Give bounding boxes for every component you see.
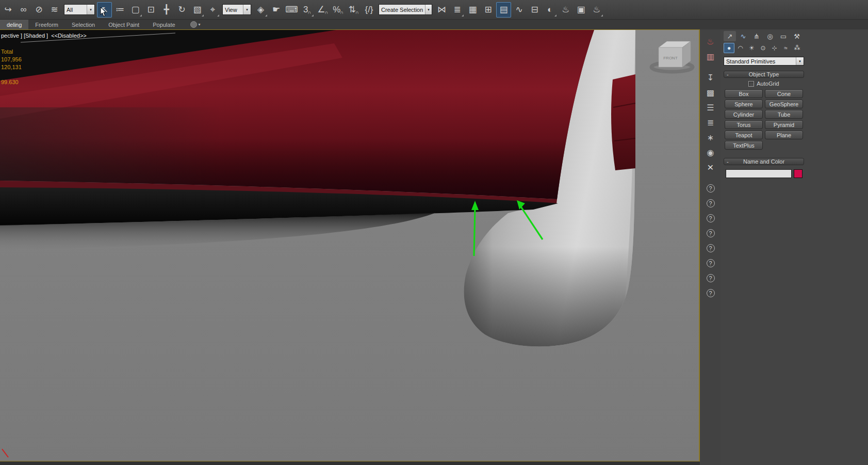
curve-editor-icon[interactable]: ∿	[512, 2, 527, 18]
viewport-label[interactable]: pective ] [Shaded ] <<Disabled>>	[1, 33, 87, 39]
keyboard-shortcut-override-icon[interactable]: ⌨	[284, 2, 299, 18]
select-and-move-icon[interactable]: ╋	[159, 2, 174, 18]
tab-populate[interactable]: Populate	[146, 20, 182, 29]
tab-selection[interactable]: Selection	[65, 20, 102, 29]
render-production-icon[interactable]: ♨	[589, 2, 604, 18]
icon-glyph: ♨	[562, 4, 569, 15]
textplus-button[interactable]: TextPlus	[725, 141, 763, 150]
snaps-toggle-icon[interactable]: 3 ∩	[300, 2, 315, 18]
help-icon[interactable]: ?	[703, 197, 718, 210]
mirror-icon[interactable]: ⋈	[434, 2, 449, 18]
torus-button[interactable]: Torus	[725, 120, 763, 129]
shapes-subtab[interactable]: ◠	[735, 43, 746, 53]
help-icon[interactable]: ?	[703, 286, 718, 300]
icon-glyph: ▧	[193, 4, 201, 15]
burst-icon[interactable]: ∗	[703, 131, 718, 144]
bind-to-space-warp-icon[interactable]: ≋	[47, 2, 62, 18]
motion-tab[interactable]: ◎	[764, 31, 776, 41]
autogrid-checkbox[interactable]	[748, 81, 754, 87]
modify-tab[interactable]: ∿	[737, 31, 749, 41]
tab-freeform[interactable]: Freeform	[28, 20, 65, 29]
close-icon[interactable]: ×	[703, 161, 718, 174]
name-color-rollout-header[interactable]: - Name and Color	[724, 158, 804, 165]
help-icon[interactable]: ?	[703, 256, 718, 270]
unlink-selection-icon[interactable]: ⊘	[31, 2, 46, 18]
container-icon[interactable]: ▥	[703, 50, 718, 63]
sphere-button[interactable]: Sphere	[725, 100, 763, 108]
viewport-canvas[interactable]: FRONT	[0, 30, 699, 461]
pyramid-button[interactable]: Pyramid	[765, 120, 803, 129]
cone-button[interactable]: Cone	[765, 89, 803, 98]
use-pivot-point-center-icon[interactable]: ◈	[253, 2, 268, 18]
scene-explorer-toggle-icon[interactable]: ▦	[465, 2, 480, 18]
sphere-icon[interactable]: ◉	[703, 146, 718, 159]
dropdown-value: Standard Primitives	[726, 58, 775, 65]
select-and-place-icon[interactable]: ⌖	[205, 2, 220, 18]
ribbon-toggle-icon[interactable]: ▤	[496, 2, 511, 18]
select-and-manipulate-icon[interactable]: ☛	[269, 2, 284, 18]
angle-snap-icon[interactable]: ∠ ∩	[315, 2, 330, 18]
geometry-subtab[interactable]: ●	[724, 43, 734, 53]
helpers-subtab[interactable]: ⊹	[769, 43, 780, 53]
primitive-buttons-grid: Box Cone Sphere GeoSphere Cylinder Tube …	[724, 88, 804, 153]
plane-button[interactable]: Plane	[765, 131, 803, 139]
icon-glyph: ⌨	[285, 4, 298, 15]
layer-explorer-toggle-icon[interactable]: ⊞	[481, 2, 496, 18]
rectangular-selection-region-icon[interactable]: ▢	[128, 2, 143, 18]
cameras-subtab[interactable]: ⊙	[758, 43, 768, 53]
checker-icon[interactable]: ▩	[703, 86, 718, 99]
select-and-rotate-icon[interactable]: ↻	[174, 2, 189, 18]
systems-subtab[interactable]: ⁂	[792, 43, 803, 53]
rear-red-panel[interactable]	[611, 74, 635, 170]
render-setup-icon[interactable]: ♨	[558, 2, 573, 18]
perspective-viewport[interactable]: FRONT pective ] [Shaded ] <<Disabled>> T…	[0, 29, 700, 461]
object-color-swatch[interactable]	[794, 169, 803, 178]
help-icon[interactable]: ?	[703, 227, 718, 240]
hierarchy-tab[interactable]: ⋔	[750, 31, 763, 41]
help-icon[interactable]: ?	[703, 271, 718, 285]
tube-button[interactable]: Tube	[765, 110, 803, 119]
ribbon-config-button[interactable]: ▾	[190, 20, 201, 29]
spinner-snap-icon[interactable]: ⇅ ∩	[346, 2, 361, 18]
create-tab[interactable]: ↗	[724, 31, 736, 41]
window-crossing-icon[interactable]: ⊡	[143, 2, 158, 18]
geosphere-button[interactable]: GeoSphere	[765, 100, 803, 108]
cylinder-button[interactable]: Cylinder	[725, 110, 763, 119]
rendered-frame-window-icon[interactable]: ▣	[574, 2, 588, 18]
select-by-name-icon[interactable]: ≔	[112, 2, 127, 18]
space-warps-subtab[interactable]: ≈	[780, 43, 791, 53]
box-button[interactable]: Box	[725, 89, 763, 98]
object-name-field[interactable]	[726, 169, 792, 178]
object-type-rollout-header[interactable]: - Object Type	[724, 71, 804, 78]
tab-modeling[interactable]: deling	[0, 20, 28, 29]
selection-filter-dropdown[interactable]: All ▾	[64, 4, 95, 15]
edit-named-selection-sets-icon[interactable]: {/}	[362, 2, 376, 18]
primitive-category-dropdown[interactable]: Standard Primitives ▾	[724, 57, 804, 66]
icon-glyph: ▦	[468, 4, 477, 15]
utilities-tab[interactable]: ⚒	[791, 31, 803, 41]
reference-coordinate-system-dropdown[interactable]: View ▾	[222, 4, 251, 15]
select-and-link-icon[interactable]: ∞	[16, 2, 31, 18]
help-icon[interactable]: ?	[703, 242, 718, 255]
percent-snap-icon[interactable]: % ∩	[331, 2, 346, 18]
icon-glyph: ╋	[163, 4, 169, 15]
align-icon[interactable]: ≣	[450, 2, 465, 18]
stack-icon[interactable]: ≣	[703, 116, 718, 129]
material-editor-icon[interactable]: ◐	[543, 2, 558, 18]
button-label: Cylinder	[733, 111, 754, 118]
named-selection-sets-dropdown[interactable]: Create Selection Se ▾	[379, 4, 432, 15]
tab-object-paint[interactable]: Object Paint	[102, 20, 146, 29]
icon-glyph: ⌖	[210, 5, 216, 15]
redo-icon[interactable]: ↪	[1, 2, 15, 18]
subtab-icon-glyph: ⁂	[794, 44, 800, 52]
help-icon[interactable]: ?	[703, 182, 718, 195]
teapot-icon[interactable]: ♨	[703, 35, 718, 48]
lights-subtab[interactable]: ☀	[746, 43, 757, 53]
display-tab[interactable]: ▭	[777, 31, 790, 41]
select-and-scale-icon[interactable]: ▧	[190, 2, 205, 18]
help-icon[interactable]: ?	[703, 212, 718, 225]
plumb-icon[interactable]: ↧	[703, 71, 718, 84]
layers-icon[interactable]: ☰	[703, 101, 718, 114]
teapot-button[interactable]: Teapot	[725, 131, 763, 139]
schematic-view-icon[interactable]: ⊟	[527, 2, 542, 18]
